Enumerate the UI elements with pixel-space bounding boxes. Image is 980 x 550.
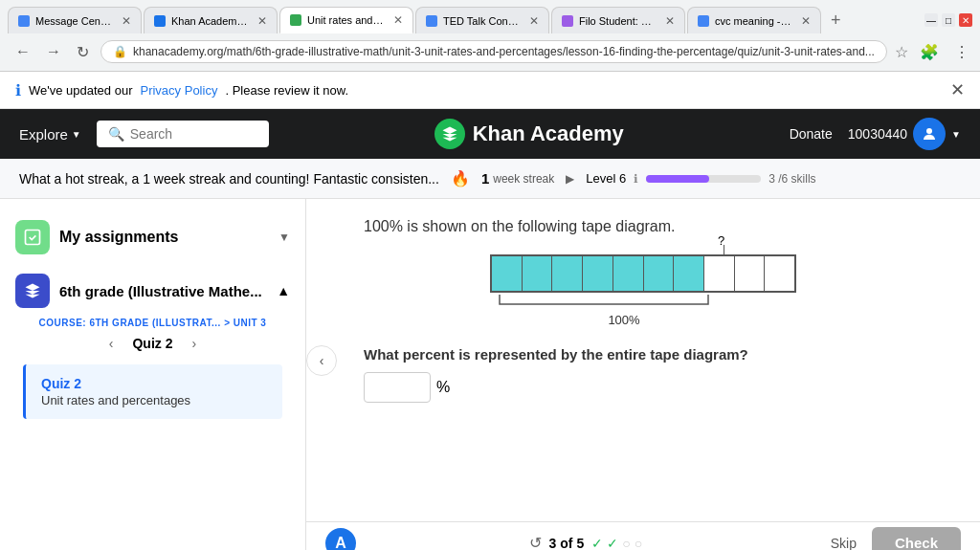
- play-icon: ▶: [566, 172, 574, 186]
- quiz-item-subtitle: Unit rates and percentages: [41, 393, 267, 407]
- search-input[interactable]: [130, 126, 257, 142]
- tape-cell-8: [704, 256, 735, 291]
- answer-section: %: [364, 372, 942, 403]
- user-avatar[interactable]: [913, 118, 946, 150]
- progress-section: ↺ 3 of 5 ✓ ✓ ○ ○: [356, 534, 815, 550]
- extensions-button[interactable]: 🧩: [916, 39, 943, 65]
- privacy-close-button[interactable]: ✕: [950, 79, 965, 100]
- check-button[interactable]: Check: [872, 527, 961, 550]
- assignments-icon: [15, 220, 50, 254]
- sub-question-text: What percent is represented by the entir…: [364, 346, 942, 363]
- tab-close-icon[interactable]: ✕: [122, 14, 131, 28]
- check-icons: ✓ ✓ ○ ○: [591, 536, 642, 551]
- tape-cell-5: [613, 256, 644, 291]
- explore-button[interactable]: Explore ▼: [19, 126, 81, 143]
- course-header[interactable]: 6th grade (Illustrative Mathe... ▲: [15, 274, 290, 308]
- reload-button[interactable]: ↻: [73, 39, 93, 65]
- percent-input[interactable]: [364, 372, 431, 403]
- tape-cell-4: [583, 256, 613, 291]
- search-box[interactable]: 🔍: [97, 121, 269, 147]
- ka-logo-icon: [434, 119, 465, 149]
- tab-close-icon[interactable]: ✕: [257, 14, 267, 28]
- streak-count: 1 week streak: [481, 170, 554, 187]
- tab-ted-talk[interactable]: TED Talk Connectio... ✕: [415, 7, 549, 33]
- url-input[interactable]: 🔒 khanacademy.org/math/6th-grade-illustr…: [100, 40, 887, 63]
- explore-chevron-icon: ▼: [72, 129, 81, 140]
- my-assignments-section[interactable]: My assignments ▼: [0, 209, 305, 266]
- streak-number: 1: [481, 170, 489, 187]
- course-chevron-icon: ▲: [277, 283, 290, 298]
- main-layout: My assignments ▼ 6th grade (Illustrative…: [0, 199, 980, 550]
- tape-outer: ?: [490, 254, 815, 327]
- hint-button[interactable]: A: [325, 528, 356, 551]
- tab-close-icon[interactable]: ✕: [529, 14, 539, 28]
- arrow-line: [724, 245, 724, 256]
- tab-close-icon[interactable]: ✕: [393, 13, 403, 27]
- tape-cell-1: [492, 256, 523, 291]
- info-icon: ℹ: [634, 172, 638, 186]
- user-section: 10030440 ▼: [848, 118, 961, 150]
- window-controls: — □ ✕: [924, 13, 972, 27]
- quiz-nav: ‹ Quiz 2 ›: [15, 332, 290, 355]
- level-text: Level 6: [586, 171, 626, 186]
- quiz-next-button[interactable]: ›: [189, 332, 201, 355]
- tape-cell-9: [735, 256, 766, 291]
- tape-cell-6: [644, 256, 675, 291]
- tab-khan-academy-per[interactable]: Khan Academy Per... ✕: [144, 7, 278, 33]
- user-chevron-icon: ▼: [951, 129, 961, 140]
- quiz-prev-button[interactable]: ‹: [105, 332, 118, 355]
- ka-logo: Khan Academy: [434, 119, 624, 149]
- donate-button[interactable]: Donate: [790, 126, 833, 142]
- explore-label: Explore: [19, 126, 68, 143]
- quiz-item[interactable]: Quiz 2 Unit rates and percentages: [23, 364, 282, 419]
- progress-text: 3 of 5: [549, 536, 585, 551]
- quiz-nav-label: Quiz 2: [132, 336, 172, 351]
- tab-bar: Message Center | In... ✕ Khan Academy Pe…: [0, 0, 980, 34]
- privacy-banner: ℹ We've updated our Privacy Policy . Ple…: [0, 72, 980, 109]
- retry-button[interactable]: ↺: [529, 534, 542, 550]
- tape-cell-10: [765, 256, 794, 291]
- close-window-button[interactable]: ✕: [959, 13, 972, 27]
- privacy-banner-text: We've updated our: [29, 83, 132, 98]
- ka-header: Explore ▼ 🔍 Khan Academy Donate 10030440…: [0, 109, 980, 159]
- streak-text: What a hot streak, a 1 week streak and c…: [19, 171, 439, 187]
- tab-filo[interactable]: Filo Student: World... ✕: [551, 7, 685, 33]
- info-icon: ℹ: [15, 81, 21, 99]
- content-wrapper: ‹ 100% is shown on the following tape di…: [306, 199, 980, 550]
- tab-close-icon[interactable]: ✕: [801, 14, 811, 28]
- privacy-policy-link[interactable]: Privacy Policy: [140, 83, 217, 98]
- bookmark-button[interactable]: ☆: [895, 43, 908, 61]
- tape-cell-7: [674, 256, 704, 291]
- new-tab-button[interactable]: +: [823, 7, 849, 34]
- my-assignments-label: My assignments: [59, 229, 269, 246]
- address-bar: ← → ↻ 🔒 khanacademy.org/math/6th-grade-i…: [0, 34, 980, 71]
- tab-unit-rates[interactable]: Unit rates and perc... ✕: [279, 7, 413, 33]
- minimize-button[interactable]: —: [924, 13, 938, 27]
- maximize-button[interactable]: □: [942, 13, 955, 27]
- question-text: 100% is shown on the following tape diag…: [364, 218, 942, 235]
- search-icon: 🔍: [108, 126, 124, 142]
- prev-question-button[interactable]: ‹: [306, 345, 337, 376]
- course-section: 6th grade (Illustrative Mathe... ▲ Cours…: [0, 266, 305, 436]
- hundred-percent-label: 100%: [433, 313, 815, 327]
- back-button[interactable]: ←: [11, 39, 34, 64]
- tape-box: [490, 254, 796, 293]
- forward-button[interactable]: →: [42, 39, 65, 64]
- tab-message-center[interactable]: Message Center | In... ✕: [8, 7, 142, 33]
- tab-close-icon[interactable]: ✕: [665, 14, 675, 28]
- check-4: ○: [635, 536, 642, 551]
- breadcrumb: Course: 6th grade (Illustrat... > Unit 3: [15, 318, 290, 328]
- skip-button[interactable]: Skip: [815, 536, 872, 551]
- question-body: 100% is shown on the following tape diag…: [364, 218, 942, 403]
- username-text: 10030440: [848, 126, 907, 142]
- flame-icon: 🔥: [451, 169, 470, 187]
- browser-chrome: Message Center | In... ✕ Khan Academy Pe…: [0, 0, 980, 72]
- menu-button[interactable]: ⋮: [950, 39, 973, 65]
- tab-cvc[interactable]: cvc meaning - Goog... ✕: [687, 7, 821, 33]
- tape-cell-2: [523, 256, 553, 291]
- sidebar: My assignments ▼ 6th grade (Illustrative…: [0, 199, 306, 550]
- privacy-banner-suffix: . Please review it now.: [225, 83, 348, 98]
- ka-logo-text: Khan Academy: [473, 121, 624, 146]
- streak-unit: week streak: [493, 172, 554, 186]
- tape-diagram: ?: [364, 254, 942, 327]
